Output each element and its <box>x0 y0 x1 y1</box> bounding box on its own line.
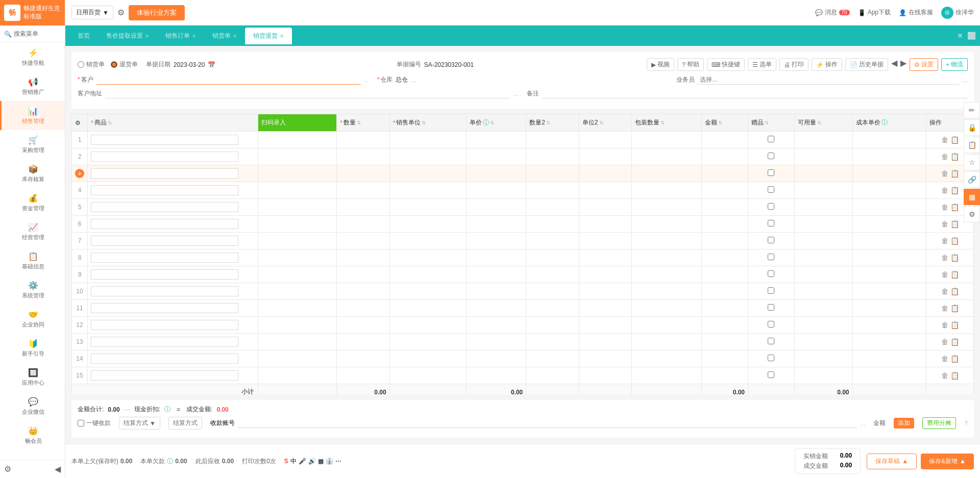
delete-row-btn[interactable]: 🗑 <box>941 254 948 262</box>
qty2-cell[interactable] <box>526 165 579 182</box>
quantity-cell[interactable] <box>337 350 390 367</box>
qty2-cell[interactable] <box>526 216 579 233</box>
available-cell[interactable] <box>794 334 852 350</box>
customer-input[interactable] <box>96 75 361 85</box>
product-input[interactable] <box>91 185 238 195</box>
available-cell[interactable] <box>794 148 852 165</box>
gift-checkbox[interactable] <box>768 270 774 277</box>
gift-cell[interactable] <box>748 165 795 182</box>
cost-price-cell[interactable] <box>852 165 926 182</box>
cost-price-cell[interactable] <box>852 283 926 300</box>
product-input[interactable] <box>91 202 238 212</box>
cost-price-cell[interactable] <box>852 317 926 334</box>
product-cell[interactable] <box>88 165 258 182</box>
product-input[interactable] <box>91 219 238 229</box>
tab-close-icon[interactable]: ✕ <box>233 33 237 39</box>
gift-cell[interactable] <box>748 350 795 367</box>
amount-cell[interactable] <box>702 283 748 300</box>
cost-info-icon[interactable]: ⓘ <box>881 118 888 127</box>
onepay-checkbox[interactable]: 一键收款 <box>78 419 111 427</box>
delete-row-btn[interactable]: 🗑 <box>941 371 948 380</box>
delete-row-btn[interactable]: 🗑 <box>941 237 948 245</box>
tab-close-icon[interactable]: ✕ <box>192 33 196 39</box>
product-input[interactable] <box>91 135 238 145</box>
table-row[interactable]: 7 🗑 📋 <box>72 233 974 249</box>
quantity-cell[interactable] <box>337 199 390 216</box>
product-input[interactable] <box>91 168 238 179</box>
sidebar-item-finance[interactable]: 💰资金管理 <box>0 188 65 217</box>
quantity-cell[interactable] <box>337 165 390 182</box>
product-cell[interactable] <box>88 132 258 148</box>
amount-cell[interactable] <box>702 266 748 283</box>
price-cell[interactable] <box>466 233 526 249</box>
product-cell[interactable] <box>88 300 258 317</box>
settings-btn[interactable]: ⚙ 设置 <box>910 58 938 71</box>
sales-unit-cell[interactable] <box>389 334 466 350</box>
sidebar-item-member[interactable]: 👑畅会员 <box>0 421 65 450</box>
gift-checkbox[interactable] <box>768 237 774 243</box>
sales-unit-cell[interactable] <box>389 266 466 283</box>
amount-cell[interactable] <box>702 317 748 334</box>
price-cell[interactable] <box>466 249 526 266</box>
salesperson-input[interactable] <box>698 75 960 85</box>
delete-row-btn[interactable]: 🗑 <box>941 220 948 228</box>
quantity-cell[interactable] <box>337 216 390 233</box>
table-row[interactable]: 9 🗑 📋 <box>72 266 974 283</box>
right-icon-link[interactable]: 🔗 <box>964 171 980 188</box>
topbar-settings-icon[interactable]: ⚙ <box>117 8 125 17</box>
price-sort-icon[interactable]: ⇅ <box>490 120 494 125</box>
quantity-cell[interactable] <box>337 249 390 266</box>
price-cell[interactable] <box>466 182 526 199</box>
quantity-cell[interactable] <box>337 266 390 283</box>
available-cell[interactable] <box>794 266 852 283</box>
gift-checkbox[interactable] <box>768 169 774 176</box>
calendar-icon[interactable]: 📅 <box>208 61 215 68</box>
gift-sort-icon[interactable]: ⇅ <box>765 120 769 125</box>
right-icon-lock[interactable]: 🔒 <box>964 119 980 136</box>
gift-checkbox[interactable] <box>768 321 774 328</box>
delete-row-btn[interactable]: 🗑 <box>941 169 948 178</box>
sales-unit-cell[interactable] <box>389 283 466 300</box>
amount-cell[interactable] <box>702 148 748 165</box>
available-cell[interactable] <box>794 300 852 317</box>
pack-qty-cell[interactable] <box>632 182 702 199</box>
grid-icon[interactable]: ▦ <box>318 458 324 465</box>
gift-cell[interactable] <box>748 266 795 283</box>
right-icon-settings-right[interactable]: ⚙ <box>964 206 980 222</box>
table-row[interactable]: 2 🗑 📋 <box>72 148 974 165</box>
gift-cell[interactable] <box>748 216 795 233</box>
gift-cell[interactable] <box>748 283 795 300</box>
table-row[interactable]: + 🗑 📋 <box>72 165 974 182</box>
app-download-item[interactable]: 📱 App下载 <box>858 8 891 17</box>
sidebar-item-enterprise[interactable]: 🤝企业协同 <box>0 305 65 334</box>
sales-unit-cell[interactable] <box>389 350 466 367</box>
sidebar-item-appstore[interactable]: 🔲应用中心 <box>0 363 65 392</box>
price-cell[interactable] <box>466 148 526 165</box>
print-btn[interactable]: 🖨 打印 <box>779 58 808 71</box>
price-cell[interactable] <box>466 266 526 283</box>
tab-售价提取设置[interactable]: 售价提取设置✕ <box>98 28 157 44</box>
price-cell[interactable] <box>466 216 526 233</box>
sidebar-item-marketing[interactable]: 📢营销推广 <box>0 72 65 101</box>
delete-row-btn[interactable]: 🗑 <box>941 304 948 312</box>
product-cell[interactable] <box>88 367 258 384</box>
sales-unit-cell[interactable] <box>389 132 466 148</box>
sales-unit-cell[interactable] <box>389 367 466 384</box>
pack-qty-cell[interactable] <box>632 317 702 334</box>
gift-checkbox[interactable] <box>768 203 774 210</box>
copy-row-btn[interactable]: 📋 <box>950 287 959 295</box>
product-cell[interactable] <box>88 233 258 249</box>
gift-checkbox[interactable] <box>768 355 774 361</box>
customer-select-btn[interactable]: ... <box>364 77 369 84</box>
amount-cell[interactable] <box>702 233 748 249</box>
product-cell[interactable] <box>88 350 258 367</box>
available-cell[interactable] <box>794 367 852 384</box>
product-cell[interactable] <box>88 334 258 350</box>
quantity-cell[interactable] <box>337 334 390 350</box>
table-row[interactable]: 8 🗑 📋 <box>72 249 974 266</box>
notification-item[interactable]: 💬 消息 70 <box>815 8 850 17</box>
table-row[interactable]: 6 🗑 📋 <box>72 216 974 233</box>
table-row[interactable]: 14 🗑 📋 <box>72 350 974 367</box>
sidebar-search[interactable]: 🔍 搜索菜单 <box>0 26 65 43</box>
unit2-cell[interactable] <box>579 334 632 350</box>
